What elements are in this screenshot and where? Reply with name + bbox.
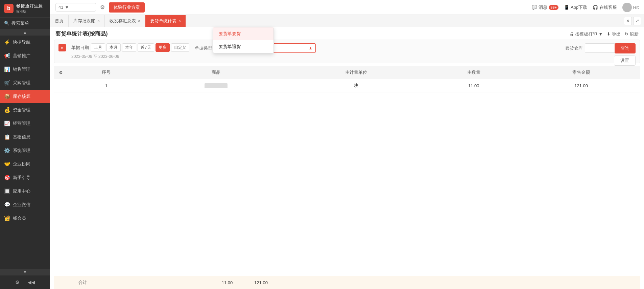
custom-btn[interactable]: 自定义 [171, 43, 189, 52]
scroll-up-btn[interactable]: ▲ [0, 29, 50, 36]
sidebar-item-operations[interactable]: 📈经营管理 [0, 117, 50, 130]
tab-inventory-batch-close[interactable]: × [97, 19, 100, 23]
store-name: 41 [58, 5, 63, 10]
this-year-btn[interactable]: 本年 [122, 43, 136, 52]
tab-home[interactable]: 首页 [50, 15, 69, 27]
messages-label: 消息 [539, 4, 547, 10]
search-menu[interactable]: 🔍 搜索菜单 [0, 18, 50, 29]
date-filter-label: 单据日期 [71, 45, 89, 51]
gear-icon[interactable]: ⚙ [100, 4, 105, 10]
avatar [622, 3, 632, 12]
this-month-btn[interactable]: 本月 [106, 43, 121, 52]
sidebar-item-guide[interactable]: 🎯新手引导 [0, 171, 50, 184]
nav-icon-system: ⚙️ [4, 148, 10, 154]
nav-icon-purchase: 🛒 [4, 80, 10, 86]
sidebar-item-app-center[interactable]: 🔲应用中心 [0, 184, 50, 198]
page-header: 要货单统计表(按商品) 🖨 按模板打印 ▼ ⬇ 导出 ↻ 刷新 [50, 27, 644, 40]
nav-label-marketing: 营销推广 [13, 53, 30, 59]
app-download-item[interactable]: 📱 App下载 [564, 4, 587, 10]
last-month-btn[interactable]: 上月 [91, 43, 105, 52]
print-arrow: ▼ [598, 31, 603, 37]
print-icon: 🖨 [569, 31, 574, 37]
filter-actions: 查询 设置 [614, 43, 636, 66]
sidebar-item-sales[interactable]: 📊销售管理 [0, 63, 50, 76]
nav-icon-marketing: 📢 [4, 53, 10, 59]
sidebar-item-quick-nav[interactable]: ⚡快捷导航 [0, 36, 50, 49]
export-btn[interactable]: ⬇ 导出 [607, 31, 621, 37]
nav-label-wechat: 企业微信 [13, 202, 30, 208]
expand-filter-btn[interactable]: » [58, 44, 66, 51]
service-icon: 🎧 [593, 5, 598, 10]
col-settings[interactable]: ⚙ [54, 66, 68, 79]
tab-receive-summary-close[interactable]: × [138, 19, 140, 23]
dropdown-item-requisition[interactable]: 要货单要货 [213, 27, 273, 40]
nav-label-operations: 经营管理 [13, 120, 30, 127]
main-area: 41 ▼ ⚙ 体验行业方案 💬 消息 99+ 📱 App下载 🎧 在线客服 Ri… [50, 0, 644, 289]
settings-filter-btn[interactable]: 设置 [614, 55, 636, 66]
type-dropdown: 要货单要货 要货单退货 [213, 27, 274, 53]
nav-label-members: 畅会员 [13, 215, 26, 221]
table-footer: 合计 11.00 121.00 [54, 276, 640, 289]
tab-inventory-batch[interactable]: 库存批次账 × [69, 15, 105, 27]
down-arrow-icon: ▼ [23, 270, 27, 274]
more-btn[interactable]: 更多 [156, 43, 170, 52]
refresh-label: 刷新 [630, 31, 639, 37]
logo-icon: b [4, 4, 14, 13]
last-7-days-btn[interactable]: 近7天 [138, 43, 154, 52]
col-row-num: 序号 [68, 66, 145, 79]
scroll-down-btn[interactable]: ▼ [0, 269, 50, 275]
cell-amount-0: 121.00 [522, 79, 640, 92]
query-btn[interactable]: 查询 [615, 43, 636, 53]
tab-requisition-stats[interactable]: 要货单统计表 × [145, 15, 186, 27]
sidebar-item-purchase[interactable]: 🛒采购管理 [0, 76, 50, 90]
dropdown-item-return[interactable]: 要货单退货 [213, 40, 273, 53]
nav-label-sales: 销售管理 [13, 66, 30, 72]
print-btn[interactable]: 🖨 按模板打印 ▼ [569, 31, 603, 37]
sidebar-settings-btn[interactable]: ⚙ [13, 278, 22, 286]
nav-icon-app-center: 🔲 [4, 188, 10, 194]
export-label: 导出 [612, 31, 621, 37]
footer-amount: 121.00 [244, 280, 278, 285]
print-label: 按模板打印 [575, 31, 597, 37]
sidebar-collapse-btn[interactable]: ◀◀ [25, 278, 38, 286]
date-range-text: 2023-05-06 至 2023-06-06 [71, 54, 189, 60]
close-tab-btn[interactable]: ✕ [624, 17, 632, 25]
tab-receive-summary[interactable]: 收发存汇总表 × [105, 15, 145, 27]
sidebar-item-members[interactable]: 👑畅会员 [0, 212, 50, 225]
tab-home-label: 首页 [55, 18, 64, 24]
col-unit: 主计量单位 [287, 66, 425, 79]
sidebar-item-basics[interactable]: 📋基础信息 [0, 130, 50, 144]
nav-label-guide: 新手引导 [13, 175, 30, 181]
online-service-item[interactable]: 🎧 在线客服 [593, 4, 617, 10]
nav-icon-sales: 📊 [4, 66, 10, 72]
nav-icon-operations: 📈 [4, 120, 10, 127]
type-filter-label: 单据类型 [195, 45, 212, 51]
store-selector[interactable]: 41 ▼ [55, 3, 96, 12]
cell-unit-0: 块 [287, 79, 425, 92]
cell-rownum-0: 1 [68, 79, 145, 92]
sidebar-item-enterprise[interactable]: 🤝企业协同 [0, 157, 50, 171]
sidebar-item-finance[interactable]: 💰资金管理 [0, 103, 50, 117]
user-profile[interactable]: Rit [622, 3, 639, 12]
industry-btn[interactable]: 体验行业方案 [109, 2, 145, 13]
messages-item[interactable]: 💬 消息 99+ [532, 4, 558, 10]
sidebar-logo: b 畅捷通好生意 标准版 [0, 0, 50, 18]
col-amount: 零售金额 [522, 66, 640, 79]
nav-label-purchase: 采购管理 [13, 80, 30, 86]
sidebar-item-system[interactable]: ⚙️系统管理 [0, 144, 50, 157]
footer-label: 合计 [58, 280, 210, 286]
topbar: 41 ▼ ⚙ 体验行业方案 💬 消息 99+ 📱 App下载 🎧 在线客服 Ri… [50, 0, 644, 15]
table-header-row: ⚙ 序号 商品 主计量单位 主数量 零售金额 [54, 66, 640, 79]
sidebar-item-wechat[interactable]: 💬企业微信 [0, 198, 50, 212]
sidebar-item-inventory[interactable]: 📦库存核算 [0, 90, 50, 103]
sidebar-item-marketing[interactable]: 📢营销推广 [0, 49, 50, 63]
export-icon: ⬇ [607, 31, 611, 37]
refresh-btn[interactable]: ↻ 刷新 [625, 31, 639, 37]
expand-tabs-btn[interactable]: ⤢ [633, 17, 641, 25]
tab-inventory-batch-label: 库存批次账 [73, 18, 95, 24]
tab-requisition-stats-close[interactable]: × [178, 19, 181, 23]
cell-quantity-0: 11.00 [425, 79, 522, 92]
nav-label-enterprise: 企业协同 [13, 161, 30, 167]
nav-icon-wechat: 💬 [4, 202, 10, 208]
up-arrow-icon: ▲ [23, 30, 27, 35]
